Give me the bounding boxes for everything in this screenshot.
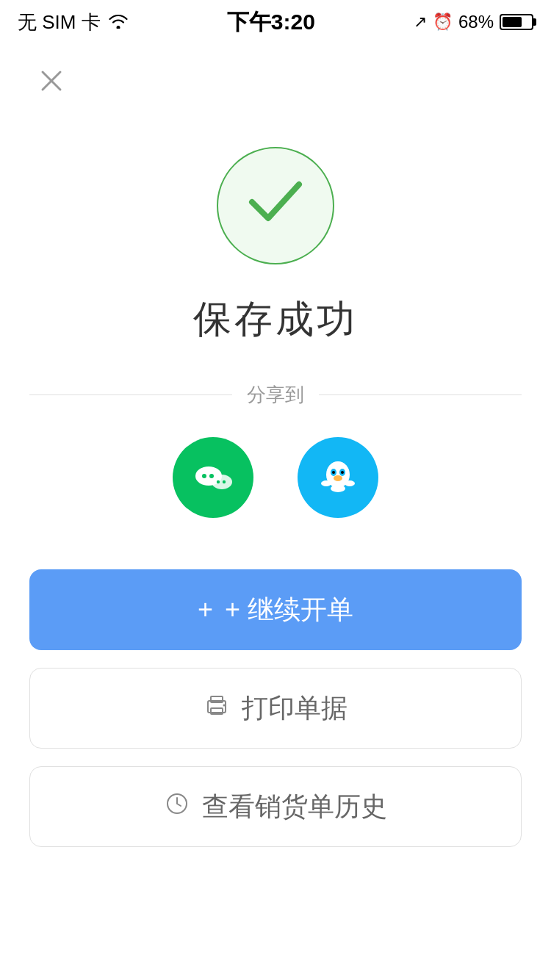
status-bar: 无 SIM 卡 下午3:20 ↗ ⏰ 68% [0,0,551,44]
close-button[interactable] [29,59,73,103]
continue-button[interactable]: + + 继续开单 [29,569,522,650]
svg-point-13 [332,471,335,474]
battery-percent: 68% [458,12,494,32]
status-time: 下午3:20 [227,7,315,37]
wifi-icon [108,11,129,34]
success-title: 保存成功 [193,294,358,345]
plus-icon: + [198,594,213,625]
battery-fill [503,17,522,27]
share-divider: 分享到 [29,382,522,408]
svg-point-5 [212,475,232,489]
svg-point-16 [331,485,345,492]
svg-point-7 [222,480,225,483]
status-carrier: 无 SIM 卡 [18,10,129,35]
print-icon [204,692,230,725]
svg-point-3 [202,474,206,478]
print-button[interactable]: 打印单据 [29,668,522,749]
checkmark-icon [246,176,305,237]
share-icons-container [173,437,378,518]
carrier-text: 无 SIM 卡 [18,10,101,35]
divider-left [29,394,232,395]
alarm-icon: ⏰ [433,12,453,32]
divider-right [319,394,522,395]
history-label: 查看销货单历史 [202,789,387,825]
svg-point-10 [345,480,355,486]
close-area [0,44,551,118]
success-circle [217,147,334,264]
svg-point-6 [216,480,219,483]
divider-text: 分享到 [247,382,304,408]
history-button[interactable]: 查看销货单历史 [29,766,522,847]
svg-point-9 [321,480,331,486]
share-wechat-button[interactable] [173,437,253,518]
action-buttons: + + 继续开单 打印单据 查看销货单历 [29,569,522,847]
print-label: 打印单据 [242,691,347,727]
main-content: 保存成功 分享到 [0,118,551,980]
svg-point-14 [341,471,344,474]
battery-icon [500,14,533,30]
location-icon: ↗ [414,12,427,32]
status-battery-area: ↗ ⏰ 68% [414,12,533,32]
svg-point-4 [209,474,214,478]
clock-icon [164,790,190,824]
svg-point-15 [334,475,342,481]
svg-point-20 [223,704,226,706]
share-qq-button[interactable] [298,437,378,518]
continue-label: + 继续开单 [225,592,353,628]
